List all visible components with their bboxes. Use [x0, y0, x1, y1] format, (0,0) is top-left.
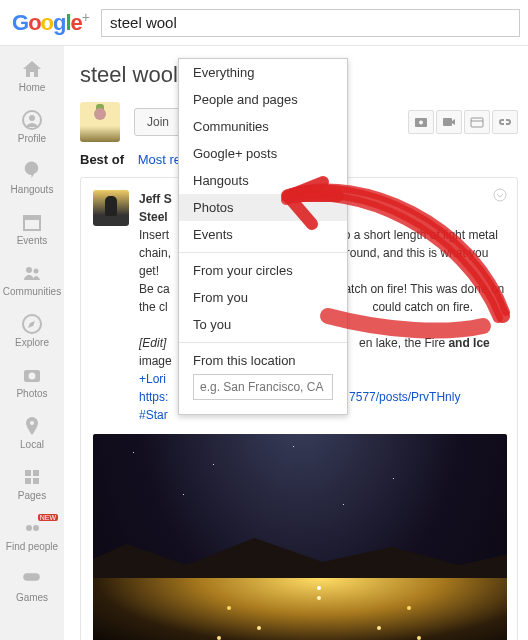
nav-events[interactable]: Events [0, 211, 64, 246]
nav-games[interactable]: Games [0, 568, 64, 603]
nav-communities[interactable]: Communities [0, 262, 64, 297]
post-author[interactable]: Jeff S [139, 192, 172, 206]
nav-local[interactable]: Local [0, 415, 64, 450]
post-text: could catch on fire. [372, 300, 473, 314]
svg-rect-10 [25, 470, 31, 476]
dd-photos[interactable]: Photos [179, 194, 347, 221]
dd-people[interactable]: People and pages [179, 86, 347, 113]
svg-point-17 [419, 121, 423, 125]
profile-icon [21, 109, 43, 131]
nav-label: Local [0, 439, 64, 450]
dd-hangouts[interactable]: Hangouts [179, 167, 347, 194]
svg-rect-12 [25, 478, 31, 484]
location-input[interactable] [193, 374, 333, 400]
dd-to-you[interactable]: To you [179, 311, 347, 338]
nav-label: Home [0, 82, 64, 93]
nav-label: Profile [0, 133, 64, 144]
post-link[interactable]: https: [139, 390, 168, 404]
nav-label: Explore [0, 337, 64, 348]
google-plus-logo: Google+ [12, 9, 89, 36]
post-text: Be ca [139, 282, 170, 296]
svg-point-8 [29, 373, 36, 380]
calendar-icon [470, 116, 484, 128]
svg-rect-19 [471, 118, 483, 127]
nav-label: Communities [0, 286, 64, 297]
camera-icon [414, 116, 428, 128]
chevron-down-icon [493, 188, 507, 202]
new-badge: NEW [38, 514, 58, 521]
nav-label: Hangouts [0, 184, 64, 195]
svg-point-14 [26, 525, 32, 531]
nav-label: Photos [0, 388, 64, 399]
post-link[interactable]: 7577/posts/PrvTHnly [349, 390, 460, 404]
post-text: image [139, 354, 172, 368]
svg-rect-11 [33, 470, 39, 476]
post-text: the cl [139, 300, 168, 314]
nav-home[interactable]: Home [0, 58, 64, 93]
attach-video-button[interactable] [436, 110, 462, 134]
post-text: Insert [139, 228, 169, 242]
post-menu-button[interactable] [493, 188, 507, 205]
post-text: en lake, the Fire [359, 336, 445, 350]
search-input[interactable] [101, 9, 520, 37]
svg-point-21 [494, 189, 506, 201]
join-button[interactable]: Join [134, 108, 182, 136]
pages-icon [21, 466, 43, 488]
nav-photos[interactable]: Photos [0, 364, 64, 399]
left-nav: Home Profile Hangouts Events Communities… [0, 46, 64, 640]
svg-point-1 [29, 115, 35, 121]
explore-icon [21, 313, 43, 335]
dd-from-circles[interactable]: From your circles [179, 257, 347, 284]
nav-label: Games [0, 592, 64, 603]
post-hashtag[interactable]: #Star [139, 408, 168, 422]
filter-bestof[interactable]: Best of [80, 152, 124, 167]
svg-rect-3 [24, 216, 40, 220]
communities-icon [21, 262, 43, 284]
nav-pages[interactable]: Pages [0, 466, 64, 501]
attach-photo-button[interactable] [408, 110, 434, 134]
camera-icon [21, 364, 43, 386]
games-icon [21, 568, 43, 590]
divider [179, 342, 347, 343]
hangouts-icon [21, 160, 43, 182]
svg-rect-13 [33, 478, 39, 484]
svg-rect-18 [443, 118, 452, 126]
nav-hangouts[interactable]: Hangouts [0, 160, 64, 195]
post-text: catch on fire! This was done on [338, 282, 504, 296]
post-text: chain, [139, 246, 171, 260]
post-text: and Ice [445, 336, 490, 350]
dd-everything[interactable]: Everything [179, 59, 347, 86]
svg-point-15 [33, 525, 39, 531]
nav-explore[interactable]: Explore [0, 313, 64, 348]
nav-label: Pages [0, 490, 64, 501]
post-text: o a short length of light metal [344, 228, 498, 242]
avatar[interactable] [80, 102, 120, 142]
svg-point-9 [30, 421, 34, 425]
divider [179, 252, 347, 253]
dd-from-you[interactable]: From you [179, 284, 347, 311]
dd-events[interactable]: Events [179, 221, 347, 248]
attach-event-button[interactable] [464, 110, 490, 134]
events-icon [21, 211, 43, 233]
nav-profile[interactable]: Profile [0, 109, 64, 144]
post-edit: [Edit] [139, 336, 166, 350]
dd-communities[interactable]: Communities [179, 113, 347, 140]
nav-label: Events [0, 235, 64, 246]
search-filter-dropdown: Everything People and pages Communities … [178, 58, 348, 415]
post-title: Steel [139, 210, 168, 224]
nav-label: Find people [0, 541, 64, 552]
nav-find-people[interactable]: NEW Find people [0, 517, 64, 552]
dd-location-label: From this location [193, 353, 333, 368]
pin-icon [21, 415, 43, 437]
post-mention[interactable]: +Lori [139, 372, 166, 386]
post-author-avatar[interactable] [93, 190, 129, 226]
video-icon [442, 116, 456, 128]
link-icon [498, 116, 512, 128]
dd-posts[interactable]: Google+ posts [179, 140, 347, 167]
post-image[interactable] [93, 434, 507, 640]
svg-point-5 [34, 269, 39, 274]
svg-point-4 [26, 267, 32, 273]
home-icon [21, 58, 43, 80]
attach-link-button[interactable] [492, 110, 518, 134]
